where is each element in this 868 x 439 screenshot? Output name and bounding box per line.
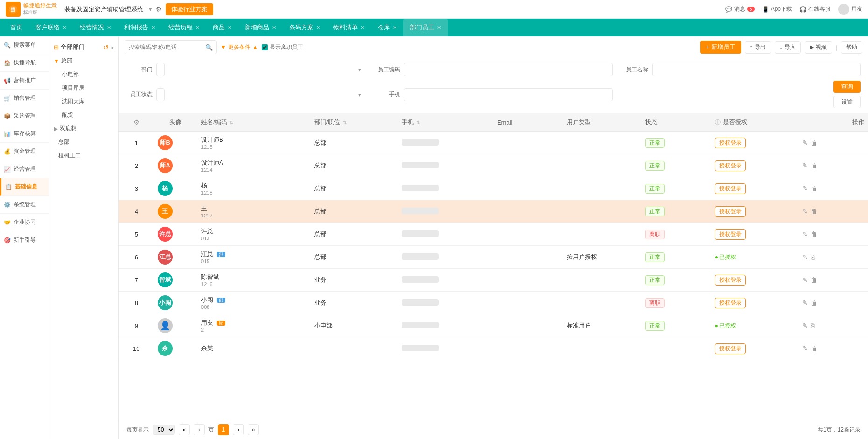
tab-goods[interactable]: 商品✕ <box>206 19 238 36</box>
tab-bom-close[interactable]: ✕ <box>361 25 365 31</box>
query-button[interactable]: 查询 <box>833 81 861 93</box>
tab-new-goods-close[interactable]: ✕ <box>272 25 276 31</box>
tab-warehouse[interactable]: 仓库✕ <box>371 19 403 36</box>
dept-sort-icon[interactable]: ⇅ <box>343 120 347 125</box>
authorize-btn-3[interactable]: 授权登录 <box>715 183 746 194</box>
tab-bom[interactable]: 物料清单✕ <box>327 19 371 36</box>
sidebar-item-system[interactable]: ⚙️ 系统管理 <box>0 196 49 214</box>
dept-select[interactable] <box>156 63 165 76</box>
delete-btn-2[interactable]: 🗑 <box>811 162 817 169</box>
edit-btn-3[interactable]: ✎ <box>802 185 808 192</box>
show-inactive-label[interactable]: 显示离职员工 <box>262 43 303 51</box>
search-box[interactable]: 🔍 <box>125 40 217 54</box>
sidebar-item-biz[interactable]: 📈 经营管理 <box>0 160 49 178</box>
sidebar-item-sales[interactable]: 🛒 销售管理 <box>0 90 49 107</box>
tab-department[interactable]: 部门员工✕ <box>403 19 448 36</box>
copy-btn-9[interactable]: ⎘ <box>811 322 814 329</box>
page-size-select[interactable]: 50 <box>153 425 175 435</box>
tab-history-close[interactable]: ✕ <box>195 25 200 31</box>
empstatus-select[interactable] <box>156 88 165 101</box>
authorize-btn-5[interactable]: 授权登录 <box>715 229 746 240</box>
app-download-action[interactable]: 📱 App下载 <box>762 5 792 13</box>
user-action[interactable]: 用友 <box>838 4 862 15</box>
dept-item-peihuo[interactable]: 配货 <box>53 108 118 122</box>
authorize-btn-1[interactable]: 授权登录 <box>715 138 746 148</box>
sidebar-item-base[interactable]: 📋 基础信息 <box>0 178 49 196</box>
edit-btn-7[interactable]: ✎ <box>802 276 808 284</box>
tab-profit-close[interactable]: ✕ <box>151 25 155 31</box>
page-first-button[interactable]: « <box>179 424 190 435</box>
dept-item-zhishu[interactable]: 植树王二 <box>49 149 118 162</box>
online-service-action[interactable]: 🎧 在线客服 <box>799 5 831 13</box>
delete-btn-7[interactable]: 🗑 <box>811 276 817 284</box>
sidebar-item-collab[interactable]: 🤝 企业协同 <box>0 214 49 231</box>
authorize-btn-8[interactable]: 授权登录 <box>715 298 746 308</box>
delete-btn-3[interactable]: 🗑 <box>811 185 817 192</box>
import-button[interactable]: ↓ 导入 <box>775 41 801 54</box>
show-inactive-checkbox[interactable] <box>262 44 268 50</box>
page-last-button[interactable]: » <box>248 424 259 435</box>
settings-icon[interactable]: ⚙ <box>156 6 162 13</box>
edit-btn-8[interactable]: ✎ <box>802 299 808 307</box>
copy-btn-6[interactable]: ⎘ <box>811 253 814 261</box>
name-sort-icon[interactable]: ⇅ <box>229 120 233 125</box>
dept-item-zongbu-leaf[interactable]: 总部 <box>49 135 118 149</box>
sidebar-item-finance[interactable]: 💰 资金管理 <box>0 143 49 160</box>
edit-btn-2[interactable]: ✎ <box>802 162 808 169</box>
reset-button[interactable]: 设置 <box>833 96 861 108</box>
tab-new-goods[interactable]: 新增商品✕ <box>238 19 283 36</box>
authorize-btn-10[interactable]: 授权登录 <box>715 343 746 354</box>
dept-item-xiaodibu[interactable]: 小电部 <box>53 68 118 81</box>
dept-refresh-icon[interactable]: ↺ <box>104 44 109 51</box>
phone-sort-icon[interactable]: ⇅ <box>416 120 420 125</box>
add-employee-button[interactable]: + 新增员工 <box>700 41 741 54</box>
empname-filter-input[interactable] <box>652 63 861 76</box>
delete-btn-8[interactable]: 🗑 <box>811 299 817 307</box>
delete-btn-10[interactable]: 🗑 <box>811 345 817 352</box>
dept-group-zongbu-header[interactable]: ▼ 总部 <box>49 54 118 68</box>
tab-goods-close[interactable]: ✕ <box>228 25 232 31</box>
tab-customer[interactable]: 客户联络✕ <box>29 19 73 36</box>
system-dropdown-arrow[interactable]: ▾ <box>149 6 152 13</box>
empcode-filter-input[interactable] <box>404 63 612 76</box>
more-filter-button[interactable]: ▼ 更多条件 ▲ <box>221 43 258 51</box>
page-next-button[interactable]: › <box>233 424 244 435</box>
dept-collapse-icon[interactable]: « <box>111 44 114 51</box>
tab-customer-close[interactable]: ✕ <box>62 25 67 31</box>
export-button[interactable]: ↑ 导出 <box>745 41 771 54</box>
dept-group-shuanglu-header[interactable]: ▶ 双鹿想 <box>49 122 118 135</box>
edit-btn-10[interactable]: ✎ <box>802 345 808 352</box>
tab-operation-close[interactable]: ✕ <box>107 25 111 31</box>
edit-btn-9[interactable]: ✎ <box>802 322 808 329</box>
sidebar-item-search[interactable]: 🔍 搜索菜单 <box>0 36 49 54</box>
tab-department-close[interactable]: ✕ <box>437 25 441 31</box>
page-current-button[interactable]: 1 <box>218 424 229 435</box>
tab-history[interactable]: 经营历程✕ <box>162 19 206 36</box>
search-submit-icon[interactable]: 🔍 <box>205 44 213 51</box>
tab-barcode[interactable]: 条码方案✕ <box>283 19 327 36</box>
video-button[interactable]: ▶ 视频 <box>805 41 832 54</box>
dept-item-shenyangdaku[interactable]: 沈阳大库 <box>53 95 118 108</box>
tab-warehouse-close[interactable]: ✕ <box>393 25 397 31</box>
tab-operation[interactable]: 经营情况✕ <box>73 19 118 36</box>
delete-btn-5[interactable]: 🗑 <box>811 230 817 238</box>
help-button[interactable]: 帮助 <box>841 41 862 54</box>
sidebar-item-marketing[interactable]: 📢 营销推广 <box>0 72 49 90</box>
phone-filter-input[interactable] <box>404 88 612 101</box>
message-action[interactable]: 💬 消息 5 <box>725 5 755 13</box>
col-gear-icon[interactable]: ⚙ <box>133 118 139 126</box>
tab-profit[interactable]: 利润报告✕ <box>118 19 162 36</box>
edit-btn-1[interactable]: ✎ <box>802 139 808 146</box>
sidebar-item-inventory[interactable]: 📊 库存核算 <box>0 125 49 143</box>
trial-button[interactable]: 体验行业方案 <box>166 3 213 15</box>
tab-home[interactable]: 首页 <box>4 19 29 36</box>
authorize-btn-7[interactable]: 授权登录 <box>715 275 746 286</box>
search-input[interactable] <box>129 44 203 50</box>
sidebar-item-purchase[interactable]: 📦 采购管理 <box>0 107 49 125</box>
authorize-btn-2[interactable]: 授权登录 <box>715 160 746 171</box>
authorize-btn-4[interactable]: 授权登录 <box>715 206 746 217</box>
dept-item-xiangmukufang[interactable]: 项目库房 <box>53 81 118 95</box>
edit-btn-6[interactable]: ✎ <box>802 253 808 261</box>
sidebar-item-guide[interactable]: 🎯 新手引导 <box>0 231 49 249</box>
edit-btn-4[interactable]: ✎ <box>802 208 808 215</box>
